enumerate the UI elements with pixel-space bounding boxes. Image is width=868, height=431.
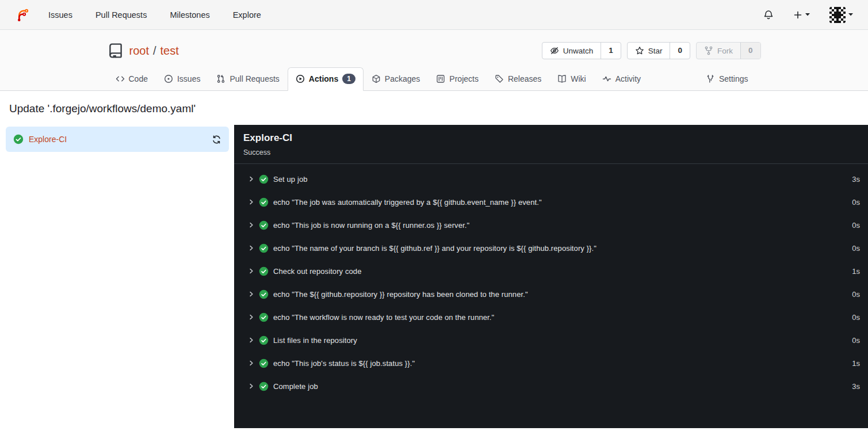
jobs-sidebar: Explore-CI: [0, 125, 234, 428]
job-status: Success: [243, 148, 859, 157]
step-success-icon: [259, 243, 269, 253]
chevron-right-icon[interactable]: [248, 245, 255, 251]
step-duration: 3s: [852, 175, 860, 184]
tag-icon: [495, 74, 504, 83]
tab-releases[interactable]: Releases: [487, 68, 549, 90]
tab-packages[interactable]: Packages: [364, 68, 428, 90]
repo-name-link[interactable]: test: [160, 44, 179, 58]
check-circle-icon: [13, 134, 24, 144]
step-row[interactable]: List files in the repository 0s: [234, 329, 868, 352]
user-menu[interactable]: [829, 7, 853, 23]
repo-tabs: Code Issues Pull Requests Actions 1: [108, 67, 761, 90]
book-icon: [557, 74, 567, 83]
step-row[interactable]: echo "This job's status is ${{ job.statu…: [234, 352, 868, 375]
step-name: echo "The job was automatically triggere…: [273, 198, 542, 207]
nav-item-pull-requests[interactable]: Pull Requests: [95, 10, 147, 20]
step-row[interactable]: Complete job 3s: [234, 375, 868, 398]
step-name: echo "This job's status is ${{ job.statu…: [273, 359, 415, 368]
chevron-right-icon[interactable]: [248, 268, 255, 274]
workflow-run-title: Update '.forgejo/workflows/demo.yaml': [0, 91, 868, 125]
repo-header: root / test Unwatch 1: [0, 30, 868, 91]
step-name: echo "This job is now running on a ${{ r…: [273, 221, 469, 230]
chevron-right-icon[interactable]: [248, 176, 255, 182]
notifications-bell-icon[interactable]: [763, 10, 774, 20]
nav-item-issues[interactable]: Issues: [48, 10, 72, 20]
step-duration: 0s: [852, 336, 860, 345]
chevron-down-icon: [848, 13, 853, 16]
chevron-right-icon[interactable]: [248, 337, 255, 344]
forgejo-logo-icon[interactable]: [15, 6, 32, 24]
step-row[interactable]: Set up job 3s: [234, 167, 868, 190]
chevron-right-icon[interactable]: [248, 314, 255, 321]
step-duration: 3s: [852, 382, 860, 391]
repo-owner-link[interactable]: root: [129, 44, 149, 58]
tab-pull-requests[interactable]: Pull Requests: [208, 68, 287, 90]
watchers-count[interactable]: 1: [601, 43, 621, 59]
chevron-right-icon[interactable]: [248, 383, 255, 390]
refresh-icon[interactable]: [212, 135, 221, 144]
step-success-icon: [259, 382, 269, 391]
step-name: echo "The name of your branch is ${{ git…: [273, 244, 596, 253]
tab-activity[interactable]: Activity: [594, 68, 649, 90]
step-name: echo "The ${{ github.repository }} repos…: [273, 290, 528, 299]
job-item-explore-ci[interactable]: Explore-CI: [6, 127, 229, 152]
nav-item-milestones[interactable]: Milestones: [170, 10, 209, 20]
tools-icon: [706, 74, 715, 83]
step-name: Check out repository code: [273, 267, 362, 276]
tab-settings[interactable]: Settings: [698, 68, 756, 90]
step-row[interactable]: echo "The name of your branch is ${{ git…: [234, 237, 868, 260]
run-layout: Explore-CI Explore-CI Success: [0, 125, 868, 428]
chevron-right-icon[interactable]: [248, 291, 255, 297]
fork-button[interactable]: Fork: [697, 43, 740, 59]
chevron-down-icon: [805, 13, 810, 16]
step-success-icon: [259, 220, 269, 230]
create-new-button[interactable]: [793, 10, 810, 20]
step-row[interactable]: echo "The workflow is now ready to test …: [234, 306, 868, 329]
step-row[interactable]: echo "The ${{ github.repository }} repos…: [234, 283, 868, 306]
stars-count[interactable]: 0: [670, 43, 690, 59]
star-icon: [635, 46, 644, 55]
step-duration: 0s: [852, 290, 860, 299]
tab-code[interactable]: Code: [108, 68, 156, 90]
step-row[interactable]: echo "This job is now running on a ${{ r…: [234, 213, 868, 237]
step-row[interactable]: Check out repository code 1s: [234, 260, 868, 283]
star-button[interactable]: Star: [628, 43, 670, 59]
repo-icon: [108, 43, 124, 59]
navbar-links: Issues Pull Requests Milestones Explore: [48, 10, 261, 20]
job-log-panel: Explore-CI Success Set up job 3s echo "T…: [234, 125, 868, 428]
eye-slash-icon: [550, 46, 559, 55]
job-title: Explore-CI: [243, 132, 859, 144]
tab-wiki[interactable]: Wiki: [549, 68, 594, 90]
avatar[interactable]: [829, 7, 846, 23]
step-success-icon: [259, 312, 269, 322]
top-navbar: Issues Pull Requests Milestones Explore: [0, 0, 868, 30]
step-duration: 0s: [852, 313, 860, 322]
star-button-group: Star 0: [627, 42, 690, 59]
job-log-header: Explore-CI Success: [234, 125, 868, 164]
chevron-right-icon[interactable]: [248, 199, 255, 205]
step-row[interactable]: echo "The job was automatically triggere…: [234, 190, 868, 213]
tab-projects[interactable]: Projects: [428, 68, 487, 90]
forks-count[interactable]: 0: [740, 43, 760, 59]
tab-actions[interactable]: Actions 1: [288, 67, 364, 91]
watch-button-group: Unwatch 1: [542, 42, 621, 59]
project-board-icon: [436, 74, 445, 83]
step-success-icon: [259, 289, 269, 299]
step-list: Set up job 3s echo "The job was automati…: [234, 164, 868, 398]
step-name: List files in the repository: [273, 336, 357, 345]
tab-issues[interactable]: Issues: [156, 68, 208, 90]
step-name: echo "The workflow is now ready to test …: [273, 313, 494, 322]
pulse-icon: [602, 74, 611, 83]
navbar-right: [763, 7, 853, 23]
step-duration: 1s: [852, 267, 860, 276]
step-success-icon: [259, 358, 269, 368]
chevron-right-icon[interactable]: [248, 222, 255, 228]
step-name: Complete job: [273, 382, 318, 391]
step-duration: 0s: [852, 221, 860, 230]
unwatch-button[interactable]: Unwatch: [542, 43, 601, 59]
issue-opened-icon: [164, 74, 173, 83]
chevron-right-icon[interactable]: [248, 360, 255, 367]
step-name: Set up job: [273, 175, 308, 184]
nav-item-explore[interactable]: Explore: [233, 10, 261, 20]
play-circle-icon: [296, 74, 305, 83]
